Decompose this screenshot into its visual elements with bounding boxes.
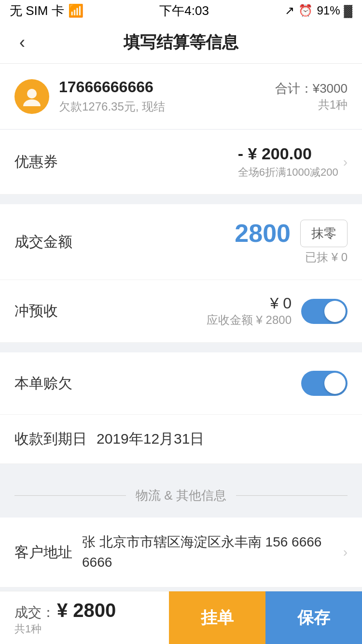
transaction-sub: 已抹 ¥ 0	[305, 250, 348, 265]
svg-point-0	[27, 89, 37, 98]
prepay-row: 冲预收 ¥ 0 应收金额 ¥ 2800	[0, 280, 362, 343]
svg-point-1	[23, 99, 41, 106]
form-section-1: 成交金额 2800 抹零 已抹 ¥ 0 冲预收 ¥ 0 应收金额 ¥ 2800	[0, 204, 362, 343]
due-date-value: 2019年12月31日	[97, 429, 204, 449]
trade-label: 成交：	[14, 603, 55, 622]
total-count: 共1种	[275, 97, 348, 112]
coupon-right: - ¥ 200.00 全场6折满1000减200 ›	[238, 144, 348, 180]
wifi-icon: 📶	[68, 3, 84, 18]
section-divider-3	[0, 464, 362, 474]
back-button[interactable]: ‹	[14, 28, 30, 57]
total-label: 合计：¥3000	[275, 80, 348, 97]
page-title: 填写结算等信息	[124, 31, 238, 54]
transaction-value-area: 2800 抹零	[235, 219, 348, 248]
address-row[interactable]: 客户地址 张 北京市市辖区海淀区永丰南 156 6666 6666 ›	[0, 518, 362, 588]
nav-bar: ‹ 填写结算等信息	[0, 21, 362, 64]
status-bar: 无 SIM 卡 📶 下午4:03 ↗ ⏰ 91% ▓	[0, 0, 362, 21]
save-button[interactable]: 保存	[265, 591, 362, 644]
divider-line-right	[236, 495, 348, 496]
address-label: 客户地址	[14, 543, 72, 562]
avatar	[14, 79, 49, 114]
section-divider-2	[0, 343, 362, 352]
address-value: 张 北京市市辖区海淀区永丰南 156 6666 6666	[82, 532, 343, 573]
customer-info: 17666666666 欠款1276.35元, 现结	[59, 78, 165, 114]
alarm-icon: ⏰	[298, 4, 313, 17]
debt-row: 本单赊欠	[0, 352, 362, 415]
prepay-amount: ¥ 0	[207, 294, 292, 312]
bottom-summary: 成交： ¥ 2800 共1种	[0, 591, 169, 644]
bottom-amount: ¥ 2800	[57, 600, 116, 621]
prepay-label: 冲预收	[14, 301, 58, 321]
coupon-desc: 全场6折满1000减200	[238, 165, 338, 180]
battery-icon: ▓	[344, 4, 352, 17]
customer-debt: 欠款1276.35元, 现结	[59, 99, 165, 114]
transaction-amount: 2800	[235, 219, 291, 248]
round-zero-button[interactable]: 抹零	[300, 220, 348, 247]
coupon-row[interactable]: 优惠券 - ¥ 200.00 全场6折满1000减200 ›	[0, 130, 362, 195]
coupon-label: 优惠券	[14, 152, 58, 172]
status-left: 无 SIM 卡 📶	[10, 2, 84, 19]
bottom-bar: 成交： ¥ 2800 共1种 挂单 保存	[0, 591, 362, 644]
address-chevron-icon: ›	[343, 545, 348, 560]
battery-text: 91%	[317, 4, 340, 17]
customer-phone: 17666666666	[59, 78, 165, 96]
transaction-row: 成交金额 2800 抹零 已抹 ¥ 0	[0, 204, 362, 280]
carrier-text: 无 SIM 卡	[10, 2, 64, 19]
due-date-row: 收款到期日 2019年12月31日	[0, 415, 362, 464]
chevron-right-icon: ›	[343, 154, 348, 170]
location-icon: ↗	[285, 4, 294, 17]
coupon-amount: - ¥ 200.00	[238, 144, 338, 163]
customer-card: 17666666666 欠款1276.35元, 现结 合计：¥3000 共1种	[0, 64, 362, 129]
debt-toggle[interactable]	[301, 371, 348, 396]
section-divider-1	[0, 195, 362, 204]
bottom-count: 共1种	[14, 622, 154, 636]
customer-right: 合计：¥3000 共1种	[275, 80, 348, 112]
divider-line-left	[14, 495, 126, 496]
prepay-right: ¥ 0 应收金额 ¥ 2800	[207, 294, 292, 328]
status-right: ↗ ⏰ 91% ▓	[285, 4, 352, 17]
prepay-sub: 应收金额 ¥ 2800	[207, 312, 292, 328]
logistics-label: 物流 & 其他信息	[136, 487, 226, 504]
transaction-label: 成交金额	[14, 232, 72, 252]
prepay-toggle[interactable]	[301, 299, 348, 324]
status-time: 下午4:03	[159, 2, 209, 19]
logistics-divider: 物流 & 其他信息	[0, 474, 362, 518]
debt-label: 本单赊欠	[14, 374, 72, 393]
customer-left: 17666666666 欠款1276.35元, 现结	[14, 78, 165, 114]
hang-order-button[interactable]: 挂单	[169, 591, 265, 644]
due-date-label: 收款到期日	[14, 429, 87, 449]
content-area: 17666666666 欠款1276.35元, 现结 合计：¥3000 共1种 …	[0, 64, 362, 644]
